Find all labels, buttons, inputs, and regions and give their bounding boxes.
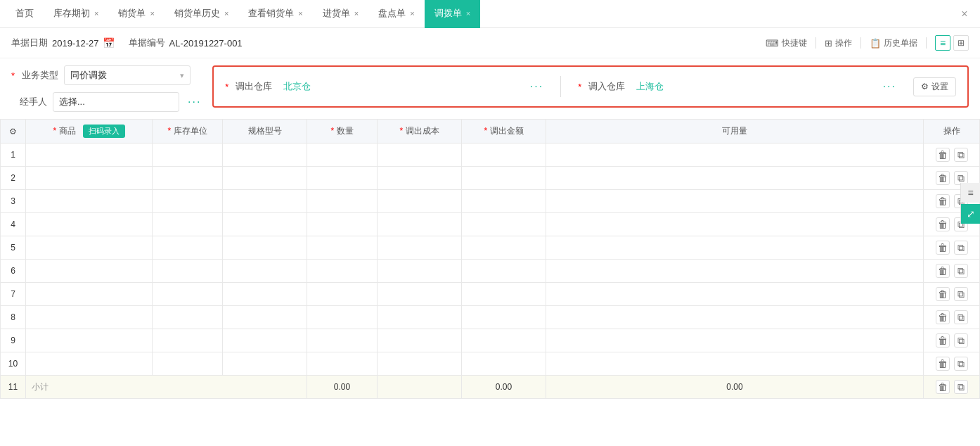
- row-amount[interactable]: [462, 260, 546, 283]
- row-cost[interactable]: [378, 283, 462, 306]
- row-cost[interactable]: [378, 167, 462, 190]
- agent-more-button[interactable]: ···: [188, 96, 201, 108]
- row-available[interactable]: [546, 306, 924, 329]
- copy-icon[interactable]: ⧉: [954, 287, 968, 301]
- row-available[interactable]: [546, 260, 924, 283]
- row-product[interactable]: [26, 260, 153, 283]
- copy-icon[interactable]: ⧉: [954, 333, 968, 348]
- tab-transfer-close[interactable]: ×: [466, 9, 470, 18]
- delete-icon[interactable]: 🗑: [936, 217, 950, 231]
- business-type-selector[interactable]: 同价调拨 ▾: [64, 65, 191, 85]
- delete-icon[interactable]: 🗑: [936, 333, 950, 348]
- row-spec[interactable]: [223, 144, 307, 167]
- row-product[interactable]: [26, 306, 153, 329]
- grid-view-button[interactable]: ⊞: [953, 35, 969, 51]
- th-gear[interactable]: ⚙: [1, 120, 26, 144]
- row-unit[interactable]: [153, 190, 223, 213]
- row-unit[interactable]: [153, 329, 223, 352]
- row-available[interactable]: [546, 329, 924, 352]
- row-spec[interactable]: [223, 236, 307, 260]
- row-amount[interactable]: [462, 329, 546, 352]
- delete-icon[interactable]: 🗑: [936, 148, 950, 162]
- delete-icon[interactable]: 🗑: [936, 241, 950, 255]
- row-amount[interactable]: [462, 306, 546, 329]
- copy-icon[interactable]: ⧉: [954, 310, 968, 324]
- row-spec[interactable]: [223, 260, 307, 283]
- row-product[interactable]: [26, 190, 153, 213]
- tab-view-sales-close[interactable]: ×: [298, 9, 302, 18]
- side-list-button[interactable]: ≡: [960, 183, 980, 203]
- row-cost[interactable]: [378, 190, 462, 213]
- row-product[interactable]: [26, 352, 153, 376]
- tab-view-sales[interactable]: 查看销货单 ×: [238, 0, 312, 28]
- row-available[interactable]: [546, 352, 924, 376]
- row-unit[interactable]: [153, 236, 223, 260]
- row-qty[interactable]: [307, 306, 378, 329]
- calendar-icon[interactable]: 📅: [103, 37, 115, 49]
- delete-icon[interactable]: 🗑: [936, 194, 950, 208]
- row-unit[interactable]: [153, 306, 223, 329]
- row-product[interactable]: [26, 144, 153, 167]
- delete-icon[interactable]: 🗑: [936, 264, 950, 278]
- row-amount[interactable]: [462, 236, 546, 260]
- tab-inventory-init-close[interactable]: ×: [94, 9, 98, 18]
- row-cost[interactable]: [378, 306, 462, 329]
- row-qty[interactable]: [307, 352, 378, 376]
- list-view-button[interactable]: ≡: [935, 35, 950, 51]
- tab-sales[interactable]: 销货单 ×: [108, 0, 164, 28]
- row-unit[interactable]: [153, 144, 223, 167]
- row-available[interactable]: [546, 190, 924, 213]
- row-amount[interactable]: [462, 190, 546, 213]
- row-available[interactable]: [546, 236, 924, 260]
- side-expand-button[interactable]: ⤢: [960, 204, 980, 224]
- copy-icon[interactable]: ⧉: [954, 148, 968, 162]
- row-qty[interactable]: [307, 260, 378, 283]
- warehouse-out-more-button[interactable]: ···: [530, 80, 543, 93]
- row-amount[interactable]: [462, 283, 546, 306]
- settings-button[interactable]: ⚙ 设置: [913, 77, 956, 96]
- row-spec[interactable]: [223, 329, 307, 352]
- row-amount[interactable]: [462, 352, 546, 376]
- row-qty[interactable]: [307, 190, 378, 213]
- row-product[interactable]: [26, 213, 153, 236]
- row-qty[interactable]: [307, 213, 378, 236]
- row-spec[interactable]: [223, 283, 307, 306]
- shortcuts-button[interactable]: ⌨ 快捷键: [766, 37, 807, 49]
- tab-sales-history[interactable]: 销货单历史 ×: [165, 0, 238, 28]
- row-cost[interactable]: [378, 329, 462, 352]
- delete-icon[interactable]: 🗑: [936, 171, 950, 185]
- tab-sales-history-close[interactable]: ×: [224, 9, 228, 18]
- tab-stocktake[interactable]: 盘点单 ×: [368, 0, 424, 28]
- row-qty[interactable]: [307, 329, 378, 352]
- row-qty[interactable]: [307, 236, 378, 260]
- tab-purchase[interactable]: 进货单 ×: [313, 0, 368, 28]
- row-amount[interactable]: [462, 213, 546, 236]
- copy-icon[interactable]: ⧉: [954, 264, 968, 278]
- row-product[interactable]: [26, 329, 153, 352]
- row-available[interactable]: [546, 167, 924, 190]
- tab-purchase-close[interactable]: ×: [354, 9, 359, 18]
- row-unit[interactable]: [153, 283, 223, 306]
- tab-sales-close[interactable]: ×: [150, 9, 154, 18]
- date-value[interactable]: 2019-12-27: [52, 38, 99, 49]
- history-button[interactable]: 📋 历史单据: [870, 37, 917, 49]
- row-qty[interactable]: [307, 144, 378, 167]
- window-close-button[interactable]: ×: [955, 4, 974, 24]
- warehouse-out-value[interactable]: 北京仓: [283, 80, 311, 93]
- row-unit[interactable]: [153, 352, 223, 376]
- row-spec[interactable]: [223, 190, 307, 213]
- row-available[interactable]: [546, 144, 924, 167]
- row-unit[interactable]: [153, 213, 223, 236]
- row-product[interactable]: [26, 167, 153, 190]
- delete-icon[interactable]: 🗑: [936, 310, 950, 324]
- row-amount[interactable]: [462, 167, 546, 190]
- row-cost[interactable]: [378, 260, 462, 283]
- row-product[interactable]: [26, 236, 153, 260]
- row-cost[interactable]: [378, 144, 462, 167]
- row-spec[interactable]: [223, 352, 307, 376]
- row-cost[interactable]: [378, 236, 462, 260]
- row-cost[interactable]: [378, 352, 462, 376]
- operations-button[interactable]: ⊞ 操作: [825, 37, 852, 49]
- row-spec[interactable]: [223, 306, 307, 329]
- delete-icon[interactable]: 🗑: [936, 287, 950, 301]
